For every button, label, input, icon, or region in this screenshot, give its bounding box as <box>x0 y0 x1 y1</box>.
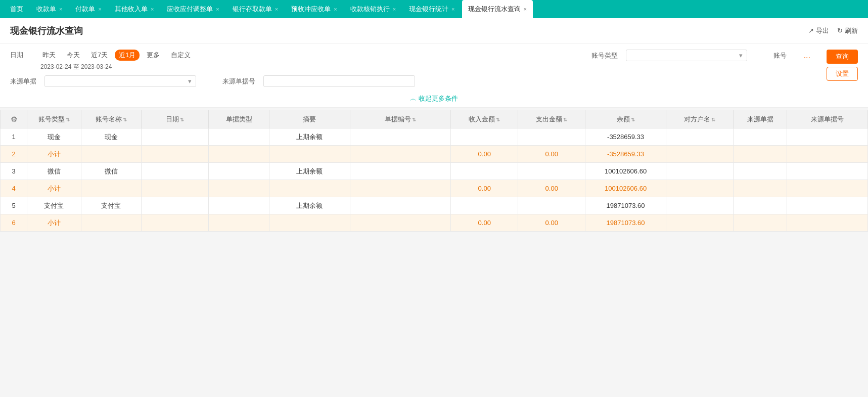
table-row[interactable]: 4小计0.000.00100102606.60 <box>1 180 868 197</box>
row-source <box>733 163 787 180</box>
row-summary <box>269 146 350 163</box>
table-row[interactable]: 3微信微信上期余额100102606.60 <box>1 163 868 180</box>
sort-icon: ⇅ <box>66 117 70 122</box>
row-date <box>142 163 209 180</box>
row-expense: 0.00 <box>518 214 585 232</box>
nav-tab-cash-bank-stat[interactable]: 现金银行统计× <box>403 0 461 18</box>
close-tab-payments[interactable]: × <box>98 6 101 12</box>
date-filter-row: 日期 昨天今天近7天近1月更多自定义 <box>10 50 581 61</box>
collapse-more-conditions[interactable]: ︿ 收起更多条件 <box>10 94 858 103</box>
nav-tab-advance-offset[interactable]: 预收冲应收单× <box>285 0 343 18</box>
nav-tab-payments[interactable]: 付款单× <box>69 0 107 18</box>
row-income: 0.00 <box>451 214 518 232</box>
collapse-label: 收起更多条件 <box>419 94 458 103</box>
row-date <box>142 146 209 163</box>
data-table-container: ⚙ 账号类型⇅ 账号名称⇅ 日期⇅ 单据类型 摘要 单据编号⇅ <box>0 110 868 232</box>
close-tab-cash-bank-flow[interactable]: × <box>524 6 527 12</box>
row-expense: 0.00 <box>518 146 585 163</box>
source-voucher-select[interactable]: ▾ <box>44 75 196 87</box>
date-option-today[interactable]: 今天 <box>63 50 84 61</box>
date-option-7days[interactable]: 近7天 <box>87 50 112 61</box>
header-actions: ↗ 导出 ↻ 刷新 <box>808 26 858 35</box>
row-date <box>142 128 209 146</box>
close-tab-collection-exec[interactable]: × <box>393 6 396 12</box>
row-voucher-type <box>209 197 269 214</box>
table-header-row: ⚙ 账号类型⇅ 账号名称⇅ 日期⇅ 单据类型 摘要 单据编号⇅ <box>1 110 868 128</box>
row-source-no <box>787 128 868 146</box>
close-tab-other-income[interactable]: × <box>151 6 154 12</box>
source-filter-row: 来源单据 ▾ 来源单据号 <box>10 75 581 87</box>
settings-button[interactable]: 设置 <box>827 67 858 81</box>
col-account-name[interactable]: 账号名称⇅ <box>81 110 142 128</box>
row-account-name: 现金 <box>81 128 142 146</box>
col-income[interactable]: 收入金额⇅ <box>451 110 518 128</box>
close-tab-advance-offset[interactable]: × <box>334 6 337 12</box>
col-voucher-no[interactable]: 单据编号⇅ <box>350 110 451 128</box>
nav-tab-collection-exec[interactable]: 收款核销执行× <box>344 0 402 18</box>
row-num: 1 <box>1 128 27 146</box>
close-tab-bank-deposit[interactable]: × <box>275 6 278 12</box>
filter-buttons: 查询 设置 <box>827 50 858 81</box>
nav-tab-cash-bank-flow[interactable]: 现金银行流水查询× <box>462 0 533 18</box>
row-account-type: 小计 <box>27 146 81 163</box>
nav-tab-other-income[interactable]: 其他收入单× <box>109 0 160 18</box>
date-option-custom[interactable]: 自定义 <box>167 50 195 61</box>
table-row[interactable]: 6小计0.000.0019871073.60 <box>1 214 868 232</box>
col-source[interactable]: 来源单据 <box>733 110 787 128</box>
row-voucher-no <box>350 180 451 197</box>
account-type-label: 账号类型 <box>591 51 618 60</box>
close-tab-receipts[interactable]: × <box>59 6 62 12</box>
table-row[interactable]: 5支付宝支付宝上期余额19871073.60 <box>1 197 868 214</box>
account-label: 账号 <box>773 51 794 60</box>
refresh-button[interactable]: ↻ 刷新 <box>837 26 858 35</box>
source-voucher-no-label: 来源单据号 <box>222 77 255 86</box>
row-income <box>451 163 518 180</box>
sort-icon5: ⇅ <box>496 117 500 122</box>
source-voucher-no-input[interactable] <box>263 75 415 87</box>
query-button[interactable]: 查询 <box>827 50 858 64</box>
table-header: ⚙ 账号类型⇅ 账号名称⇅ 日期⇅ 单据类型 摘要 单据编号⇅ <box>1 110 868 128</box>
row-source <box>733 180 787 197</box>
col-summary[interactable]: 摘要 <box>269 110 350 128</box>
nav-tab-receipts[interactable]: 收款单× <box>30 0 68 18</box>
row-voucher-type <box>209 214 269 232</box>
col-counterpart[interactable]: 对方户名⇅ <box>666 110 733 128</box>
nav-tab-bank-deposit[interactable]: 银行存取款单× <box>226 0 284 18</box>
export-button[interactable]: ↗ 导出 <box>808 26 829 35</box>
close-tab-ar-adjust[interactable]: × <box>216 6 219 12</box>
filter-area: 日期 昨天今天近7天近1月更多自定义 2023-02-24 至 2023-03-… <box>0 43 868 108</box>
row-voucher-type <box>209 180 269 197</box>
table-row[interactable]: 1现金现金上期余额-3528659.33 <box>1 128 868 146</box>
account-ellipsis[interactable]: ... <box>804 51 810 60</box>
close-tab-cash-bank-stat[interactable]: × <box>451 6 454 12</box>
page-title: 现金银行流水查询 <box>10 25 83 37</box>
col-source-no[interactable]: 来源单据号 <box>787 110 868 128</box>
nav-tab-ar-adjust[interactable]: 应收应付调整单× <box>161 0 225 18</box>
account-type-select[interactable]: ▾ <box>626 50 747 61</box>
row-expense: 0.00 <box>518 180 585 197</box>
refresh-icon: ↻ <box>837 27 843 34</box>
row-num: 4 <box>1 180 27 197</box>
row-account-type: 现金 <box>27 128 81 146</box>
row-balance: 19871073.60 <box>585 197 666 214</box>
row-account-name <box>81 146 142 163</box>
chevron-up-icon: ︿ <box>410 94 417 103</box>
gear-icon[interactable]: ⚙ <box>11 115 17 123</box>
row-source-no <box>787 214 868 232</box>
row-date <box>142 197 209 214</box>
col-settings-icon: ⚙ <box>1 110 27 128</box>
sort-icon2: ⇅ <box>123 117 127 122</box>
nav-tab-home[interactable]: 首页 <box>4 0 29 18</box>
date-option-more[interactable]: 更多 <box>143 50 164 61</box>
col-account-type[interactable]: 账号类型⇅ <box>27 110 81 128</box>
row-summary: 上期余额 <box>269 163 350 180</box>
col-voucher-type[interactable]: 单据类型 <box>209 110 269 128</box>
table-row[interactable]: 2小计0.000.00-3528659.33 <box>1 146 868 163</box>
row-counterpart <box>666 180 733 197</box>
col-date[interactable]: 日期⇅ <box>142 110 209 128</box>
col-balance[interactable]: 余额⇅ <box>585 110 666 128</box>
col-expense[interactable]: 支出金额⇅ <box>518 110 585 128</box>
date-range: 2023-02-24 至 2023-03-24 <box>40 63 112 70</box>
date-option-1month[interactable]: 近1月 <box>115 50 140 61</box>
date-option-yesterday[interactable]: 昨天 <box>38 50 60 61</box>
